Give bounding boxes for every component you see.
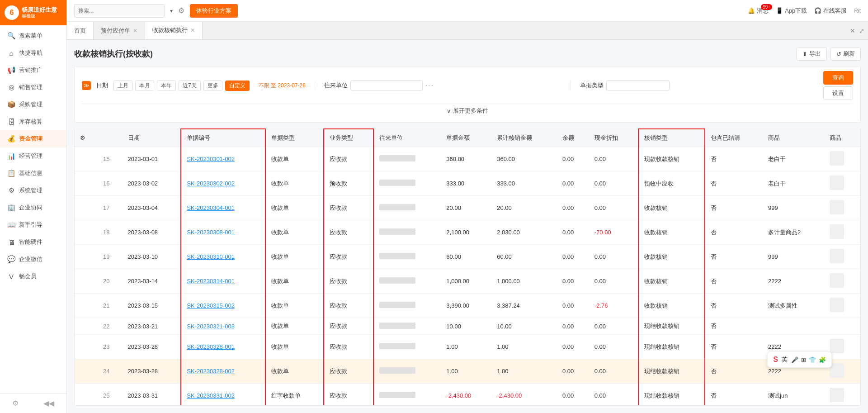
topbar-search-input[interactable] (74, 4, 165, 18)
table-row[interactable]: 152023-03-01SK-20230301-002收款单应收款360.003… (75, 147, 860, 171)
collapse-icon[interactable]: ◀◀ (40, 397, 58, 409)
table-row[interactable]: 252023-03-31SK-20230331-002红字收款单应收款-2,43… (75, 384, 860, 406)
industry-solution-button[interactable]: 体验行业方案 (190, 4, 238, 18)
shirt-icon[interactable]: 👕 (809, 356, 816, 363)
tab-collection-verify[interactable]: 收款核销执行✕ (145, 22, 203, 39)
sidebar-item-sales[interactable]: ◎销售管理 (0, 79, 66, 96)
sidebar-bottom: ⚙ ◀◀ (0, 393, 66, 413)
sidebar-item-wechat[interactable]: 💬企业微信 (0, 251, 66, 268)
cell-verify_type: 现结收款核销 (638, 384, 705, 406)
cell-include_settled: 否 (705, 147, 763, 171)
sidebar-item-enterprise[interactable]: 🏢企业协同 (0, 199, 66, 216)
col-header-partner: 往来单位 (373, 129, 441, 147)
table-row[interactable]: 242023-03-28SK-20230328-002收款单应收款1.001.0… (75, 359, 860, 384)
cell-goods: 测试jun (763, 384, 824, 406)
cell-goods2 (824, 147, 860, 171)
bill-no-link[interactable]: SK-20230301-002 (187, 156, 235, 162)
bill-no-link[interactable]: SK-20230310-001 (187, 253, 235, 260)
table-row[interactable]: 182023-03-08SK-20230308-001收款单应收款2,100.0… (75, 220, 860, 245)
online-support-button[interactable]: 🎧 在线客服 (814, 7, 847, 15)
topbar-gear-icon[interactable]: ⚙ (178, 6, 184, 15)
bill-no-link[interactable]: SK-20230304-001 (187, 204, 235, 211)
sidebar-item-operations[interactable]: 📊经营管理 (0, 147, 66, 165)
expand-more-button[interactable]: ∨ 展开更多条件 (82, 104, 853, 118)
sidebar-item-finance[interactable]: 💰资金管理 (0, 130, 66, 147)
bill-no-link[interactable]: SK-20230328-002 (187, 368, 235, 375)
bill-no-link[interactable]: SK-20230331-002 (187, 392, 235, 399)
tab-close-collection-verify[interactable]: ✕ (190, 27, 195, 33)
export-button[interactable]: ⬆ 导出 (797, 47, 827, 61)
sidebar-item-guide[interactable]: 📖新手引导 (0, 216, 66, 233)
partner-input[interactable] (350, 80, 423, 91)
cell-bill_type: 收款单 (265, 147, 324, 171)
sidebar-item-purchase[interactable]: 📦采购管理 (0, 96, 66, 113)
sidebar-item-system[interactable]: ⚙系统管理 (0, 182, 66, 199)
cell-goods: 999 (763, 196, 824, 220)
col-header-include_settled: 包含已结清 (705, 129, 763, 147)
date-option-近7天[interactable]: 近7天 (179, 81, 201, 91)
bill-no-link[interactable]: SK-20230321-003 (187, 323, 235, 330)
cell-date: 2023-03-10 (123, 245, 181, 269)
table-row[interactable]: 202023-03-14SK-20230314-001收款单应收款1,000.0… (75, 269, 860, 294)
bill-type-select[interactable] (606, 80, 670, 91)
table-row[interactable]: 162023-03-02SK-20230302-002收款单预收款333.003… (75, 171, 860, 196)
cell-include_settled: 否 (705, 318, 763, 335)
mic-icon[interactable]: 🎤 (791, 356, 798, 363)
cell-biz_type: 应收款 (324, 269, 374, 294)
query-button[interactable]: 查询 (823, 71, 853, 85)
sidebar-item-marketing[interactable]: 📢营销推广 (0, 62, 66, 79)
sidebar-item-smart-hw[interactable]: 🖥智能硬件 (0, 233, 66, 251)
table-row[interactable]: 172023-03-04SK-20230304-001收款单应收款20.0020… (75, 196, 860, 220)
date-custom-button[interactable]: 自定义 (225, 81, 250, 91)
puzzle-icon[interactable]: 🧩 (819, 356, 826, 363)
app-download-button[interactable]: 📱 App下载 (776, 7, 807, 15)
sidebar-label-quick-nav: 快捷导航 (19, 49, 42, 57)
cell-bill_type: 收款单 (265, 196, 324, 220)
cell-row_num: 18 (98, 220, 123, 245)
sidebar-item-quick-nav[interactable]: ⌂快捷导航 (0, 44, 66, 62)
cell-cumulative_verify: 1.00 (491, 359, 557, 384)
sidebar-label-guide: 新手引导 (19, 221, 42, 229)
sidebar-item-search-menu[interactable]: 🔍搜索菜单 (0, 27, 66, 44)
date-option-本年[interactable]: 本年 (157, 81, 176, 91)
settings-icon[interactable]: ⚙ (9, 397, 22, 409)
cell-date: 2023-03-02 (123, 171, 181, 196)
date-option-本月[interactable]: 本月 (135, 81, 154, 91)
sidebar-item-basic-info[interactable]: 📋基础信息 (0, 165, 66, 182)
bill-no-link[interactable]: SK-20230328-001 (187, 343, 235, 350)
cell-date: 2023-03-14 (123, 269, 181, 294)
cell-cumulative_verify: -2,430.00 (491, 384, 557, 406)
table-row[interactable]: 232023-03-28SK-20230328-001收款单应收款1.001.0… (75, 335, 860, 359)
sidebar-item-inventory[interactable]: 🗄库存核算 (0, 113, 66, 130)
refresh-button[interactable]: ↺ 刷新 (830, 47, 861, 61)
bill-no-link[interactable]: SK-20230314-001 (187, 278, 235, 285)
tab-home[interactable]: 首页 (67, 22, 94, 39)
filter-toggle-button[interactable]: ≫ (82, 81, 91, 90)
cell-goods2 (824, 318, 860, 335)
sidebar-item-member[interactable]: V畅会员 (0, 268, 66, 285)
operations-icon: 📊 (7, 152, 15, 160)
date-option-更多[interactable]: 更多 (203, 81, 222, 91)
cell-bill_type: 收款单 (265, 269, 324, 294)
cell-biz_type: 预收款 (324, 171, 374, 196)
notifications-button[interactable]: 🔔 消息 99+ (748, 7, 769, 15)
more-options-icon[interactable]: ··· (425, 81, 434, 90)
date-option-上月[interactable]: 上月 (113, 81, 132, 91)
col-header-settings[interactable]: ⚙ (75, 129, 98, 147)
tab-prepay[interactable]: 预付应付单✕ (94, 22, 145, 39)
close-tab-icon[interactable]: ✕ (850, 27, 855, 34)
bill-no-link[interactable]: SK-20230315-002 (187, 302, 235, 309)
bill-no-link[interactable]: SK-20230308-001 (187, 229, 235, 236)
topbar-dropdown-icon[interactable]: ▾ (170, 8, 173, 14)
cell-bill_type: 收款单 (265, 318, 324, 335)
cell-settings (75, 359, 98, 384)
cell-goods: 测试多属性 (763, 294, 824, 318)
table-row[interactable]: 192023-03-10SK-20230310-001收款单应收款60.0060… (75, 245, 860, 269)
tab-close-prepay[interactable]: ✕ (133, 28, 137, 34)
maximize-icon[interactable]: ⤢ (859, 27, 864, 34)
grid-icon[interactable]: ⊞ (801, 356, 806, 363)
table-row[interactable]: 212023-03-15SK-20230315-002收款单应收款3,390.0… (75, 294, 860, 318)
settings-button[interactable]: 设置 (823, 86, 853, 100)
table-row[interactable]: 222023-03-21SK-20230321-003收款单应收款10.0010… (75, 318, 860, 335)
bill-no-link[interactable]: SK-20230302-002 (187, 180, 235, 187)
